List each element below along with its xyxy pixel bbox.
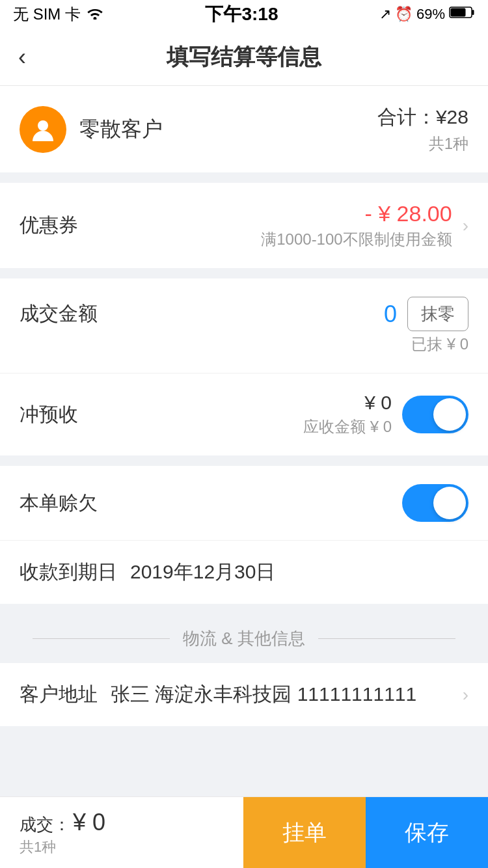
save-button[interactable]: 保存 [366, 797, 488, 868]
address-row[interactable]: 客户地址 张三 海淀永丰科技园 11111111111 › [0, 663, 488, 726]
deal-amount-label: 成交金额 [20, 301, 98, 327]
pending-button[interactable]: 挂单 [243, 797, 366, 868]
prepay-toggle[interactable] [402, 396, 468, 433]
logistics-header: 物流 & 其他信息 [0, 614, 488, 663]
svg-rect-2 [450, 8, 465, 17]
status-bar: 无 SIM 卡 下午3:18 ↗ ⏰ 69% [0, 0, 488, 29]
credit-row: 本单赊欠 [0, 466, 488, 541]
wifi-icon [86, 5, 104, 23]
address-label: 客户地址 [20, 681, 98, 708]
bottom-count: 共1种 [20, 837, 224, 857]
customer-card: 零散客户 合计：¥28 共1种 [0, 86, 488, 172]
customer-name: 零散客户 [79, 115, 163, 144]
bottom-deal-value: ¥ 0 [73, 809, 105, 836]
round-zero-button[interactable]: 抹零 [407, 297, 468, 331]
status-left: 无 SIM 卡 [13, 4, 104, 25]
page-title: 填写结算等信息 [167, 42, 321, 72]
deal-amount-sub: 已抹 ¥ 0 [20, 334, 468, 355]
coupon-right: - ¥ 28.00 满1000-100不限制使用金额 › [261, 201, 468, 250]
logistics-title: 物流 & 其他信息 [183, 627, 305, 650]
prepay-toggle-knob [433, 398, 466, 431]
customer-info-right: 合计：¥28 共1种 [377, 104, 468, 154]
status-right: ↗ ⏰ 69% [379, 6, 475, 23]
credit-toggle[interactable] [402, 484, 468, 522]
coupon-row[interactable]: 优惠券 - ¥ 28.00 满1000-100不限制使用金额 › [0, 183, 488, 268]
credit-section: 本单赊欠 收款到期日 2019年12月30日 [0, 466, 488, 604]
coupon-section: 优惠券 - ¥ 28.00 满1000-100不限制使用金额 › [0, 183, 488, 268]
avatar [20, 106, 66, 153]
location-icon: ↗ [379, 6, 391, 23]
bottom-buttons: 挂单 保存 [243, 797, 488, 868]
amount-section: 成交金额 0 抹零 已抹 ¥ 0 冲预收 ¥ 0 应收金额 ¥ 0 [0, 278, 488, 455]
credit-label: 本单赊欠 [20, 490, 98, 517]
back-button[interactable]: ‹ [18, 44, 26, 71]
address-value: 张三 海淀永丰科技园 11111111111 [111, 681, 450, 708]
prepay-amount: ¥ 0 [303, 392, 392, 414]
prepay-value-block: ¥ 0 应收金额 ¥ 0 [303, 392, 392, 437]
battery-level: 69% [416, 6, 445, 23]
coupon-value-block: - ¥ 28.00 满1000-100不限制使用金额 [261, 201, 452, 250]
prepay-right: ¥ 0 应收金额 ¥ 0 [303, 392, 468, 437]
total-count: 共1种 [377, 133, 468, 154]
deal-amount-row: 成交金额 0 抹零 已抹 ¥ 0 [0, 278, 488, 373]
due-date-label: 收款到期日 [20, 559, 117, 586]
coupon-chevron-icon: › [463, 215, 468, 236]
bottom-bar: 成交： ¥ 0 共1种 挂单 保存 [0, 796, 488, 868]
bottom-summary: 成交： ¥ 0 共1种 [0, 809, 243, 857]
deal-amount-right: 0 抹零 [384, 297, 468, 331]
customer-info-left: 零散客户 [20, 106, 163, 153]
address-chevron-icon: › [463, 685, 468, 705]
alarm-icon: ⏰ [395, 6, 413, 23]
due-date-value: 2019年12月30日 [130, 559, 275, 586]
coupon-label: 优惠券 [20, 212, 78, 239]
prepay-sub: 应收金额 ¥ 0 [303, 416, 392, 437]
deal-amount-value: 0 [384, 301, 397, 328]
svg-rect-1 [472, 10, 474, 15]
credit-toggle-knob [433, 487, 466, 519]
prepay-row: 冲预收 ¥ 0 应收金额 ¥ 0 [0, 373, 488, 455]
nav-bar: ‹ 填写结算等信息 [0, 29, 488, 86]
battery-icon [449, 6, 475, 23]
content-area: 零散客户 合计：¥28 共1种 优惠券 - ¥ 28.00 满1000-100不… [0, 86, 488, 868]
bottom-deal-line: 成交： ¥ 0 [20, 809, 224, 836]
status-time: 下午3:18 [205, 2, 278, 27]
coupon-discount: - ¥ 28.00 [261, 201, 452, 226]
sim-status: 无 SIM 卡 [13, 4, 81, 25]
svg-point-3 [38, 120, 48, 131]
total-amount: 合计：¥28 [377, 104, 468, 131]
coupon-desc: 满1000-100不限制使用金额 [261, 229, 452, 250]
due-date-row: 收款到期日 2019年12月30日 [0, 541, 488, 604]
prepay-label: 冲预收 [20, 401, 78, 428]
bottom-deal-label: 成交： [20, 813, 70, 836]
